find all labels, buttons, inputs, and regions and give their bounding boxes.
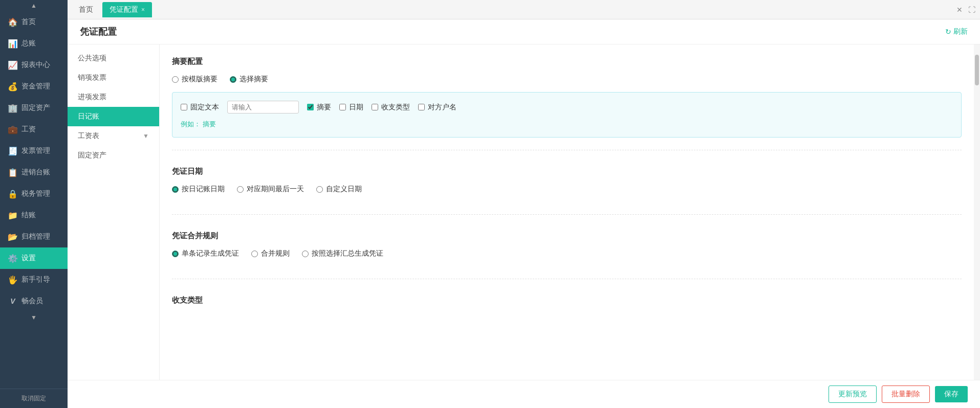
radio-select-summary-label: 选择摘要 [239, 75, 268, 84]
fixed-text-input[interactable] [227, 101, 299, 114]
batch-delete-button[interactable]: 批量删除 [882, 386, 930, 403]
scroll-track[interactable] [974, 44, 980, 380]
save-button[interactable]: 保存 [935, 386, 968, 402]
checkbox-date[interactable]: 日期 [339, 103, 363, 112]
sidebar-item-funds[interactable]: 💰 资金管理 [0, 76, 68, 97]
sidebar-item-settings[interactable]: ⚙️ 设置 [0, 247, 68, 269]
summary-config-section: 摘要配置 按模版摘要 选择摘要 固定文本 [172, 57, 962, 150]
radio-custom-date-input[interactable] [316, 186, 323, 193]
sidebar-item-payroll[interactable]: 💼 工资 [0, 119, 68, 140]
radio-merge-rules-input[interactable] [251, 251, 258, 257]
radio-select-summary-generate[interactable]: 按照选择汇总生成凭证 [302, 249, 383, 258]
radio-select-summary-input[interactable] [230, 76, 236, 83]
tab-voucher-config-label: 凭证配置 [110, 5, 138, 14]
left-nav: 公共选项 销项发票 进项发票 日记账 工资表 ▼ 固定资产 [68, 44, 160, 380]
left-nav-sales-invoice[interactable]: 销项发票 [68, 68, 159, 87]
window-close-button[interactable]: ✕ [955, 6, 964, 14]
left-nav-payroll-table-label: 工资表 [78, 131, 99, 141]
sidebar-item-tax[interactable]: 🔒 税务管理 [0, 183, 68, 205]
sidebar-item-vip[interactable]: V 畅会员 [0, 290, 68, 312]
radio-journal-date-label: 按日记账日期 [182, 185, 225, 194]
ledger-icon: 📊 [8, 39, 17, 48]
radio-select-summary-generate-label: 按照选择汇总生成凭证 [312, 249, 383, 258]
invoice-mgmt-icon: 🧾 [8, 146, 17, 155]
sidebar-item-close[interactable]: 📁 结账 [0, 205, 68, 226]
tab-home[interactable]: 首页 [72, 2, 100, 17]
sidebar-item-settings-label: 设置 [21, 254, 36, 263]
tax-icon: 🔒 [8, 189, 17, 198]
sidebar-item-invoice-mgmt-label: 发票管理 [21, 146, 50, 155]
radio-single-record-label: 单条记录生成凭证 [182, 249, 239, 258]
bottom-bar: 更新预览 批量删除 保存 [68, 380, 980, 408]
sidebar-item-funds-label: 资金管理 [21, 82, 50, 91]
left-nav-public-label: 公共选项 [78, 54, 106, 63]
radio-period-last-day-input[interactable] [237, 186, 244, 193]
page-title: 凭证配置 [80, 26, 117, 38]
sidebar-item-archive[interactable]: 📂 归档管理 [0, 226, 68, 247]
radio-merge-rules[interactable]: 合并规则 [251, 249, 290, 258]
tab-voucher-config[interactable]: 凭证配置 × [102, 2, 152, 17]
cancel-fix-label: 取消固定 [21, 394, 46, 403]
radio-custom-date-label: 自定义日期 [326, 185, 362, 194]
checkbox-income-type[interactable]: 收支类型 [372, 103, 410, 112]
radio-journal-date-input[interactable] [172, 186, 179, 193]
left-nav-public[interactable]: 公共选项 [68, 49, 159, 68]
sidebar: ▲ 🏠 首页 📊 总账 📈 报表中心 💰 资金管理 🏢 固定资产 💼 工资 🧾 … [0, 0, 68, 408]
refresh-label: 刷新 [953, 27, 968, 36]
sidebar-item-sales-ledger[interactable]: 📋 进销台账 [0, 162, 68, 183]
guide-icon: 🖐 [8, 275, 17, 284]
sidebar-item-reports[interactable]: 📈 报表中心 [0, 54, 68, 76]
sidebar-scroll-up[interactable]: ▲ [0, 0, 68, 11]
checkbox-counterpart-input[interactable] [418, 104, 425, 110]
checkbox-date-input[interactable] [339, 104, 346, 110]
example-label: 例如： [181, 120, 201, 128]
radio-journal-date[interactable]: 按日记账日期 [172, 185, 225, 194]
left-nav-journal[interactable]: 日记账 [68, 107, 159, 126]
merge-rules-section: 凭证合并规则 单条记录生成凭证 合并规则 按照选择汇总生成凭证 [172, 231, 962, 279]
sidebar-item-guide-label: 新手引导 [21, 275, 50, 284]
radio-custom-date[interactable]: 自定义日期 [316, 185, 362, 194]
window-controls: ✕ ⛶ [955, 6, 976, 14]
sidebar-item-home[interactable]: 🏠 首页 [0, 11, 68, 33]
scroll-thumb[interactable] [975, 55, 979, 85]
main-area: 首页 凭证配置 × ✕ ⛶ 凭证配置 ↻ 刷新 公共选项 销项发票 进项 [68, 0, 980, 408]
tab-close-icon[interactable]: × [141, 6, 145, 13]
radio-template-summary[interactable]: 按模版摘要 [172, 75, 217, 84]
sidebar-item-assets[interactable]: 🏢 固定资产 [0, 97, 68, 119]
left-nav-fixed-assets[interactable]: 固定资产 [68, 146, 159, 165]
checkbox-fixed-text[interactable]: 固定文本 [181, 103, 219, 112]
update-preview-button[interactable]: 更新预览 [829, 386, 877, 403]
window-expand-button[interactable]: ⛶ [968, 6, 976, 14]
left-nav-payroll-table[interactable]: 工资表 ▼ [68, 126, 159, 146]
sidebar-item-ledger[interactable]: 📊 总账 [0, 33, 68, 54]
radio-merge-rules-label: 合并规则 [261, 249, 290, 258]
archive-icon: 📂 [8, 232, 17, 241]
radio-single-record-input[interactable] [172, 251, 179, 257]
checkbox-row: 固定文本 摘要 日期 收支类型 [181, 101, 953, 114]
sidebar-item-guide[interactable]: 🖐 新手引导 [0, 269, 68, 290]
refresh-button[interactable]: ↻ 刷新 [945, 27, 968, 36]
radio-template-summary-input[interactable] [172, 76, 179, 83]
radio-template-summary-label: 按模版摘要 [182, 75, 217, 84]
checkbox-fixed-text-input[interactable] [181, 104, 187, 110]
checkbox-income-type-input[interactable] [372, 104, 378, 110]
assets-icon: 🏢 [8, 103, 17, 112]
refresh-icon: ↻ [945, 28, 951, 36]
left-nav-purchase-invoice[interactable]: 进项发票 [68, 87, 159, 107]
right-content: 摘要配置 按模版摘要 选择摘要 固定文本 [160, 44, 974, 380]
vip-icon: V [8, 297, 17, 306]
home-icon: 🏠 [8, 17, 17, 27]
merge-rules-title: 凭证合并规则 [172, 231, 962, 241]
checkbox-counterpart[interactable]: 对方户名 [418, 103, 456, 112]
checkbox-date-label: 日期 [349, 103, 363, 112]
sidebar-scroll-down[interactable]: ▼ [0, 312, 68, 323]
sidebar-item-invoice-mgmt[interactable]: 🧾 发票管理 [0, 140, 68, 162]
checkbox-summary-input[interactable] [307, 104, 314, 110]
radio-period-last-day[interactable]: 对应期间最后一天 [237, 185, 304, 194]
radio-select-summary[interactable]: 选择摘要 [230, 75, 268, 84]
radio-single-record[interactable]: 单条记录生成凭证 [172, 249, 239, 258]
example-row: 例如： 摘要 [181, 120, 953, 129]
checkbox-summary[interactable]: 摘要 [307, 103, 331, 112]
radio-select-summary-generate-input[interactable] [302, 251, 309, 257]
sidebar-cancel-fix[interactable]: 取消固定 [0, 389, 68, 408]
